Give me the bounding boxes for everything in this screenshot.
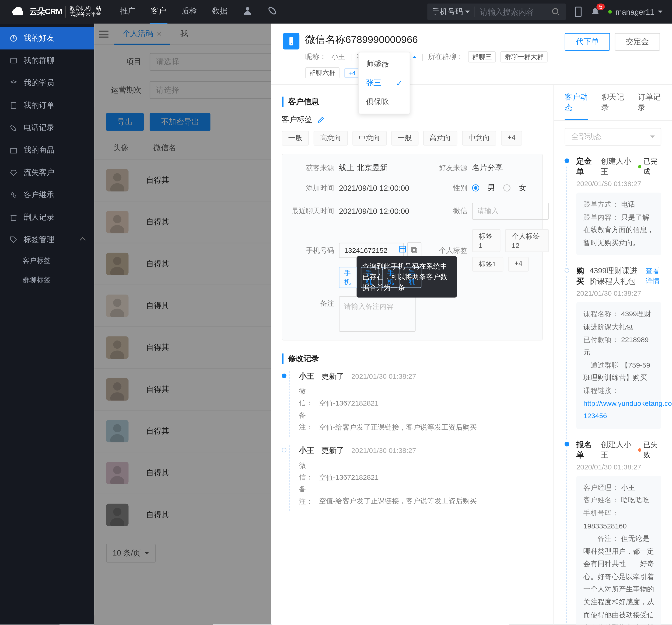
sidebar-item-groups[interactable]: 我的群聊 <box>0 49 94 72</box>
mgr-dropdown: 师馨薇 张三✓ 俱保咏 <box>358 52 410 114</box>
dd-item[interactable]: 张三✓ <box>359 74 409 93</box>
dd-item[interactable]: 俱保咏 <box>359 93 409 111</box>
sidebar-sub-custtag[interactable]: 客户标签 <box>0 251 94 270</box>
radio-male-label: 男 <box>487 183 495 193</box>
tl-time: 2020/01/30 01:38:27 <box>576 180 661 188</box>
customer-tag[interactable]: 高意向 <box>423 131 458 146</box>
log-line: 微信：空值-13672182821 <box>299 385 543 409</box>
phone-link-tag[interactable]: 手机 <box>339 267 357 288</box>
view-detail-link[interactable]: 查看详情 <box>646 267 662 286</box>
contacts-icon[interactable] <box>399 246 406 253</box>
radio-male[interactable] <box>472 184 479 192</box>
customer-tag[interactable]: 中意向 <box>462 131 496 146</box>
customer-tag-more[interactable]: +4 <box>501 131 522 146</box>
nav-promote[interactable]: 推广 <box>119 0 137 24</box>
customer-tag[interactable]: 中意向 <box>353 131 387 146</box>
label-gender: 性别 <box>426 183 467 193</box>
search-icon[interactable] <box>546 8 566 16</box>
nick-label: 昵称： <box>305 52 327 62</box>
radio-female[interactable] <box>503 184 510 192</box>
customer-tag[interactable]: 一般 <box>282 131 309 146</box>
nav-qc[interactable]: 质检 <box>181 0 198 24</box>
sidebar-sub-grouptag[interactable]: 群聊标签 <box>0 270 94 290</box>
log-who: 小王 <box>299 371 314 381</box>
timeline-item: 购买4399理财课进阶课程大礼包查看详情 2021/01/30 01:38:27… <box>565 266 661 429</box>
nav-data[interactable]: 数据 <box>211 0 229 24</box>
sidebar-item-tagmgmt[interactable]: 标签管理 <box>0 228 94 251</box>
customer-tag[interactable]: 高意向 <box>314 131 348 146</box>
group-tag[interactable]: 群聊一群大群 <box>501 51 548 62</box>
wx-input[interactable]: 请输入 <box>472 203 549 220</box>
personal-tag[interactable]: 标签1 <box>472 257 503 272</box>
personal-tag[interactable]: 个人标签12 <box>505 229 549 252</box>
svg-rect-34 <box>400 246 406 252</box>
tl-title: 定金单 <box>576 156 596 177</box>
svg-rect-7 <box>10 58 16 63</box>
log-line: 微信：空值-13672182821 <box>299 459 543 483</box>
rtab-orders[interactable]: 订单记录 <box>638 92 661 120</box>
sidebar-item-lost[interactable]: 流失客户 <box>0 161 94 184</box>
svg-line-2 <box>558 14 559 16</box>
label-source: 获客来源 <box>292 163 334 173</box>
phone-link-tag[interactable]: 手机 <box>360 267 379 288</box>
chevron-up-icon <box>412 56 417 58</box>
sidebar-item-students[interactable]: 我的学员 <box>0 72 94 94</box>
log-time: 2021/01/30 01:38:27 <box>351 372 416 380</box>
group-tag[interactable]: 群聊六群 <box>305 67 339 78</box>
sidebar-item-calllog[interactable]: 电话记录 <box>0 117 94 139</box>
tl-sub: 创建人小王 <box>601 156 633 177</box>
group-tag[interactable]: 群聊三 <box>468 51 496 62</box>
nav-user-icon[interactable] <box>241 0 254 24</box>
label-friendsrc: 好友来源 <box>426 163 467 173</box>
search-type-select[interactable]: 手机号码 <box>428 6 475 17</box>
svg-rect-36 <box>412 249 417 253</box>
tl-sub: 创建人小王 <box>601 440 633 460</box>
svg-point-0 <box>246 7 249 10</box>
personal-tag-more[interactable]: +4 <box>508 257 529 272</box>
user-menu[interactable]: manager11 <box>608 7 663 16</box>
log-dot <box>282 373 286 378</box>
svg-point-11 <box>14 195 16 197</box>
deposit-button[interactable]: 交定金 <box>615 33 660 51</box>
rtab-activity[interactable]: 客户动态 <box>565 92 588 120</box>
tl-card: 跟单方式：电话跟单内容：只是了解在线教育方面的信息，暂时无购买意向。 <box>576 193 661 255</box>
nav-phone-icon[interactable] <box>266 0 278 24</box>
edit-icon[interactable] <box>317 116 325 123</box>
customer-tag[interactable]: 一般 <box>391 131 418 146</box>
svg-point-1 <box>553 9 558 14</box>
link[interactable]: http://www.yunduoketang.com/?123456 <box>583 399 672 420</box>
notif-icon[interactable]: 5 <box>591 7 600 16</box>
phone-input[interactable]: 13241672152 <box>339 243 404 258</box>
status-dot <box>608 10 612 14</box>
notif-badge: 5 <box>597 3 605 10</box>
search-input[interactable] <box>475 7 546 16</box>
val-lastchat: 2021/09/10 12:00:00 <box>339 207 422 216</box>
log-act: 更新了 <box>321 371 344 381</box>
activity-filter-select[interactable]: 全部动态 <box>565 128 661 146</box>
personal-tag[interactable]: 标签1 <box>472 229 500 252</box>
sidebar-item-inherit[interactable]: 客户继承 <box>0 184 94 206</box>
tl-card: 课程名称：4399理财课进阶课大礼包已付款项：2218989元通过群聊【759-… <box>576 302 661 429</box>
remark-input[interactable]: 请输入备注内容 <box>339 296 415 332</box>
sidebar-item-products[interactable]: 我的商品 <box>0 139 94 161</box>
proxy-order-button[interactable]: 代下单 <box>565 33 610 51</box>
sidebar-item-dellog[interactable]: 删人记录 <box>0 206 94 228</box>
dd-item[interactable]: 师馨薇 <box>359 55 409 74</box>
group-more[interactable]: +4 <box>344 68 360 77</box>
sidebar-item-orders[interactable]: 我的订单 <box>0 94 94 117</box>
phone-link-tag[interactable]: 手机 <box>403 267 422 288</box>
device-icon[interactable] <box>574 6 582 17</box>
tl-sub: 4399理财课进阶课程大礼包 <box>590 266 641 287</box>
log-who: 小王 <box>299 445 314 456</box>
tl-dot <box>565 442 569 446</box>
svg-rect-12 <box>11 216 16 220</box>
sidebar: 我的好友 我的群聊 我的学员 我的订单 电话记录 我的商品 流失客户 客户继承 … <box>0 24 94 625</box>
tl-dot <box>565 158 569 163</box>
wechat-icon <box>283 33 299 49</box>
radio-female-label: 女 <box>519 183 526 193</box>
sidebar-item-friends[interactable]: 我的好友 <box>0 27 94 49</box>
rtab-chat[interactable]: 聊天记录 <box>601 92 625 120</box>
nav-customer[interactable]: 客户 <box>149 0 167 24</box>
phone-link-tag[interactable]: 手机 <box>382 267 400 288</box>
status-badge: 已完成 <box>638 157 661 177</box>
